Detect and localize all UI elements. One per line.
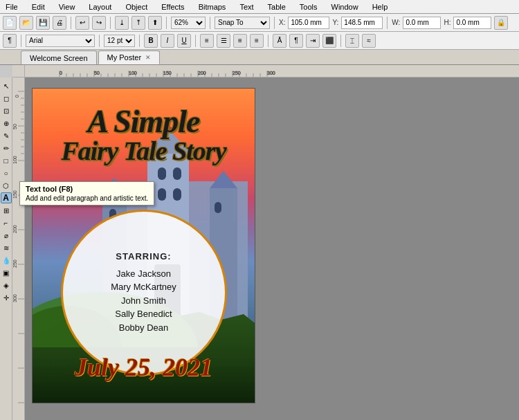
node-tool[interactable]: ◻ — [1, 93, 12, 104]
y-input[interactable] — [341, 17, 383, 29]
polygon-tool[interactable]: ⬡ — [1, 180, 12, 191]
menu-effects[interactable]: Effects — [158, 3, 187, 11]
separator4 — [210, 17, 210, 29]
baseline-shift-button[interactable]: ⌶ — [345, 34, 359, 48]
svg-text:250: 250 — [12, 259, 17, 268]
font-size-select[interactable]: 12 pt 14 pt 18 pt 24 pt — [104, 35, 135, 47]
ellipse-tool[interactable]: ○ — [1, 167, 12, 179]
sep-t4 — [195, 35, 196, 47]
menu-tools[interactable]: Tools — [297, 3, 320, 11]
menu-text[interactable]: Text — [237, 3, 256, 11]
separator1 — [71, 17, 71, 29]
separator6 — [387, 17, 388, 29]
eyedropper-tool[interactable]: 💧 — [1, 255, 12, 266]
print-button[interactable]: 🖨 — [53, 16, 66, 30]
zoom-select[interactable]: 62% 100% 50% — [171, 17, 206, 29]
align-left-button[interactable]: ≡ — [200, 34, 214, 48]
svg-text:50: 50 — [94, 71, 100, 75]
sep-t1 — [21, 35, 21, 47]
font-select[interactable]: Arial Times New Roman Georgia — [26, 35, 95, 47]
menu-layout[interactable]: Layout — [86, 3, 114, 11]
svg-text:300: 300 — [267, 71, 275, 75]
w-label: W: — [392, 19, 400, 26]
ruler-horizontal: 0 50 100 150 200 250 300 — [25, 65, 519, 77]
cast-member-1: Jake Jackson — [116, 267, 171, 281]
svg-marker-69 — [210, 171, 237, 188]
menu-object[interactable]: Object — [122, 3, 150, 11]
menu-edit[interactable]: Edit — [29, 3, 48, 11]
svg-marker-67 — [102, 178, 127, 195]
move-tool[interactable]: ✛ — [1, 292, 12, 303]
menu-file[interactable]: File — [3, 3, 21, 11]
blend-tool[interactable]: ≋ — [1, 242, 12, 253]
tab-welcome-screen[interactable]: Welcome Screen — [21, 51, 97, 64]
separator2 — [110, 17, 111, 29]
publish-button[interactable]: ⬆ — [148, 16, 162, 30]
para-formatting-button[interactable]: ¶ — [289, 34, 303, 48]
h-input[interactable] — [453, 17, 491, 29]
sep-t5 — [268, 35, 268, 47]
w-input[interactable] — [403, 17, 441, 29]
canvas-area: A Simple Fairy Tale Story STARRING: Jake… — [25, 77, 519, 420]
x-label: X: — [279, 19, 285, 26]
menu-table[interactable]: Table — [265, 3, 289, 11]
underline-button[interactable]: U — [177, 34, 191, 48]
menu-bar: File Edit View Layout Object Effects Bit… — [0, 0, 519, 14]
cast-member-3: John Smith — [121, 294, 166, 308]
more-options-button[interactable]: ≈ — [362, 34, 376, 48]
tab-my-poster[interactable]: My Poster ✕ — [98, 51, 161, 64]
char-formatting-button[interactable]: Ā — [273, 34, 286, 48]
sep-t6 — [340, 35, 341, 47]
tab-close-icon[interactable]: ✕ — [145, 54, 151, 61]
table-tool[interactable]: ⊞ — [1, 205, 12, 216]
fill-tool[interactable]: ▣ — [1, 267, 12, 278]
menu-help[interactable]: Help — [370, 3, 391, 11]
lock-ratio-button[interactable]: 🔒 — [494, 16, 508, 30]
h-label: H: — [444, 19, 450, 26]
italic-button[interactable]: I — [161, 34, 174, 48]
svg-rect-73 — [173, 188, 181, 201]
menu-window[interactable]: Window — [329, 3, 361, 11]
align-center-button[interactable]: ☰ — [217, 34, 230, 48]
freehand-tool[interactable]: ✎ — [1, 130, 12, 141]
snap-select[interactable]: Snap To Grid Guidelines — [215, 17, 270, 29]
cast-member-4: Sally Benedict — [115, 307, 172, 321]
zoom-tool[interactable]: ⊕ — [1, 118, 12, 129]
x-input[interactable] — [288, 17, 329, 29]
poster-date: July 25, 2021 — [33, 353, 255, 382]
tabs-button[interactable]: ⇥ — [306, 34, 320, 48]
smart-draw-tool[interactable]: ✏ — [1, 143, 12, 154]
save-button[interactable]: 💾 — [36, 16, 50, 30]
svg-rect-75 — [215, 202, 221, 213]
import-button[interactable]: ⤓ — [115, 16, 129, 30]
poster[interactable]: A Simple Fairy Tale Story STARRING: Jake… — [32, 88, 255, 403]
dim-tool[interactable]: ⌐ — [1, 217, 12, 228]
sep-t2 — [99, 35, 100, 47]
cast-member-5: Bobby Dean — [119, 321, 169, 335]
bold-button[interactable]: B — [144, 34, 158, 48]
cast-member-2: Mary McKartney — [111, 280, 176, 294]
crop-tool[interactable]: ⊡ — [1, 105, 12, 116]
menu-bitmaps[interactable]: Bitmaps — [196, 3, 229, 11]
svg-rect-70 — [158, 167, 166, 180]
redo-button[interactable]: ↪ — [92, 16, 106, 30]
svg-text:50: 50 — [12, 124, 17, 129]
align-justify-button[interactable]: ≡ — [250, 34, 264, 48]
text-style-button[interactable]: ¶ — [3, 34, 17, 48]
export-button[interactable]: ⤒ — [131, 16, 145, 30]
ruler-corner — [12, 65, 25, 77]
new-button[interactable]: 📄 — [3, 16, 17, 30]
svg-text:200: 200 — [12, 225, 17, 233]
selection-tool[interactable]: ↖ — [1, 80, 12, 91]
smart-fill-tool[interactable]: ◈ — [1, 280, 12, 291]
rectangle-tool[interactable]: □ — [1, 155, 12, 166]
toolbar1: 📄 📂 💾 🖨 ↩ ↪ ⤓ ⤒ ⬆ 62% 100% 50% Snap To G… — [0, 14, 519, 32]
menu-view[interactable]: View — [56, 3, 78, 11]
align-right-button[interactable]: ≡ — [233, 34, 247, 48]
undo-button[interactable]: ↩ — [75, 16, 89, 30]
connector-tool[interactable]: ⌀ — [1, 230, 12, 241]
toolbox: ↖ ◻ ⊡ ⊕ ✎ ✏ □ ○ ⬡ A ⊞ ⌐ ⌀ ≋ 💧 ▣ ◈ ✛ — [0, 77, 12, 420]
columns-button[interactable]: ⬛ — [322, 34, 336, 48]
open-button[interactable]: 📂 — [19, 16, 33, 30]
text-tool[interactable]: A — [1, 192, 12, 203]
